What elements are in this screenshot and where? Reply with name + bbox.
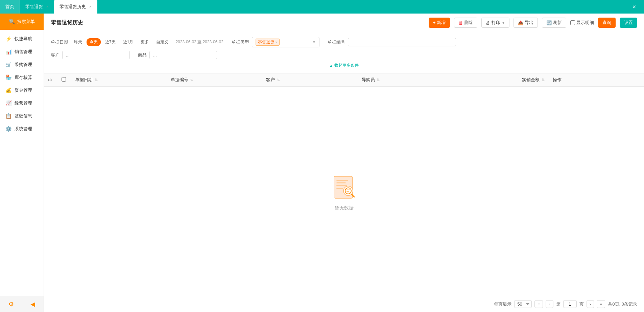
sidebar-item-sales-mgmt[interactable]: 📊 销售管理 bbox=[0, 45, 44, 58]
per-page-select[interactable]: 50 100 200 bbox=[514, 300, 532, 308]
window-close-button[interactable]: × bbox=[629, 3, 639, 10]
number-filter-label: 单据编号 bbox=[328, 39, 345, 45]
col-date-sort[interactable]: ⇅ bbox=[95, 78, 98, 82]
sidebar-item-operation-mgmt-label: 经营管理 bbox=[15, 100, 32, 106]
tab-retail-return-close[interactable]: × bbox=[46, 5, 48, 9]
query-button[interactable]: 查询 bbox=[598, 18, 616, 28]
sales-mgmt-icon: 📊 bbox=[5, 49, 12, 55]
date-btn-today[interactable]: 今天 bbox=[87, 38, 101, 46]
date-btn-custom[interactable]: 自定义 bbox=[153, 38, 171, 46]
main-table: ⚙ 单据日期 ⇅ 单据编号 ⇅ bbox=[44, 73, 644, 87]
tab-retail-return-history-close[interactable]: × bbox=[89, 5, 91, 9]
sys-mgmt-icon: ⚙️ bbox=[5, 126, 12, 132]
delete-button[interactable]: 🗑 删除 bbox=[454, 18, 477, 28]
sidebar-item-operation-mgmt[interactable]: 📈 经营管理 bbox=[0, 97, 44, 110]
date-btn-more[interactable]: 更多 bbox=[138, 38, 152, 46]
print-button-label: 打印 bbox=[492, 20, 500, 26]
sidebar-item-purchase-mgmt[interactable]: 🛒 采购管理 bbox=[0, 58, 44, 71]
content-area: 零售退货历史 + 新增 🗑 删除 🖨 打印 ▼ 📤 导出 bbox=[44, 14, 644, 312]
settings-button-label: 设置 bbox=[624, 20, 633, 26]
sidebar-item-basic-info-label: 基础信息 bbox=[15, 113, 32, 119]
col-customer-sort[interactable]: ⇅ bbox=[277, 78, 280, 82]
add-button[interactable]: + 新增 bbox=[429, 18, 450, 28]
top-bar-right: × bbox=[624, 3, 644, 10]
sidebar-bottom: ⚙ ◀ bbox=[0, 296, 44, 312]
sidebar-item-inventory-label: 库存核算 bbox=[15, 74, 32, 81]
sidebar-item-quick-nav[interactable]: ⚡ 快捷导航 bbox=[0, 32, 44, 45]
collapse-sidebar-button[interactable]: ◀ bbox=[30, 300, 35, 308]
type-tag: 零售退货 × bbox=[256, 39, 280, 46]
page-prev-button[interactable]: ‹ bbox=[546, 300, 553, 308]
sidebar-item-inventory[interactable]: 🏪 库存核算 bbox=[0, 71, 44, 84]
add-button-label: + 新增 bbox=[433, 20, 446, 26]
settings-bottom-button[interactable]: ⚙ bbox=[8, 300, 14, 308]
sidebar-item-basic-info[interactable]: 📋 基础信息 bbox=[0, 110, 44, 122]
type-select[interactable]: 零售退货 × ▼ bbox=[252, 37, 319, 47]
col-amount-sort[interactable]: ⇅ bbox=[542, 78, 545, 82]
tab-retail-return[interactable]: 零售退货 × bbox=[20, 0, 54, 14]
collapse-row: ▲ 收起更多条件 bbox=[51, 63, 637, 68]
page-next-button[interactable]: › bbox=[587, 300, 594, 308]
header-actions: + 新增 🗑 删除 🖨 打印 ▼ 📤 导出 🔄 刷新 bbox=[429, 18, 637, 28]
sidebar-item-fund-mgmt[interactable]: 💰 资金管理 bbox=[0, 84, 44, 97]
show-detail-label-text: 显示明细 bbox=[576, 20, 594, 26]
page-prev-icon: ‹ bbox=[549, 302, 550, 307]
tab-home[interactable]: 首页 bbox=[0, 0, 20, 14]
total-info: 共0页, 0条记录 bbox=[608, 301, 637, 307]
page-first-button[interactable]: « bbox=[534, 300, 543, 308]
goods-filter-item: 商品 ... bbox=[138, 51, 217, 59]
search-menu-icon: 🔍 bbox=[9, 19, 15, 25]
print-icon: 🖨 bbox=[486, 20, 490, 25]
page-header: 零售退货历史 + 新增 🗑 删除 🖨 打印 ▼ 📤 导出 bbox=[44, 14, 644, 32]
table-settings-icon[interactable]: ⚙ bbox=[48, 77, 52, 83]
print-button[interactable]: 🖨 打印 ▼ bbox=[481, 18, 509, 28]
tab-retail-return-history-label: 零售退货历史 bbox=[59, 4, 86, 10]
goods-select-button[interactable]: ... bbox=[149, 51, 217, 59]
date-btn-1month[interactable]: 近1月 bbox=[120, 38, 137, 46]
svg-rect-8 bbox=[347, 190, 350, 190]
collapse-button[interactable]: ▲ 收起更多条件 bbox=[329, 63, 359, 68]
page-last-button[interactable]: » bbox=[597, 300, 605, 308]
type-tag-close[interactable]: × bbox=[275, 40, 277, 44]
col-guide: 导购员 ⇅ bbox=[358, 73, 453, 87]
top-bar: 首页 零售退货 × 零售退货历史 × × bbox=[0, 0, 644, 14]
quick-nav-icon: ⚡ bbox=[5, 36, 12, 42]
tab-retail-return-history[interactable]: 零售退货历史 × bbox=[54, 0, 97, 14]
customer-select-button[interactable]: ... bbox=[62, 51, 130, 59]
filter-row-2: 客户 ... 商品 ... bbox=[51, 51, 637, 59]
sidebar: 🔍 搜索菜单 ⚡ 快捷导航 📊 销售管理 🛒 采购管理 🏪 库存核算 💰 bbox=[0, 14, 44, 312]
query-button-label: 查询 bbox=[602, 20, 611, 26]
select-all-checkbox[interactable] bbox=[62, 77, 66, 82]
col-action-label: 操作 bbox=[553, 77, 562, 82]
empty-text: 暂无数据 bbox=[335, 205, 354, 211]
date-btn-7days[interactable]: 近7天 bbox=[102, 38, 119, 46]
search-menu-button[interactable]: 🔍 搜索菜单 bbox=[0, 14, 44, 30]
export-button[interactable]: 📤 导出 bbox=[514, 18, 538, 28]
tab-home-label: 首页 bbox=[5, 4, 14, 10]
sidebar-item-fund-mgmt-label: 资金管理 bbox=[15, 87, 32, 93]
sidebar-item-sys-mgmt[interactable]: ⚙️ 系统管理 bbox=[0, 122, 44, 135]
type-filter-item: 单据类型 零售退货 × ▼ bbox=[232, 37, 319, 47]
delete-button-label: 删除 bbox=[464, 20, 473, 26]
page-last-icon: » bbox=[600, 302, 602, 307]
date-filter-item: 单据日期 昨天 今天 近7天 近1月 更多 自定义 2023-06-02 至 2… bbox=[51, 38, 223, 46]
page-number-input[interactable] bbox=[563, 300, 577, 308]
number-input[interactable] bbox=[348, 38, 456, 46]
filter-area: 单据日期 昨天 今天 近7天 近1月 更多 自定义 2023-06-02 至 2… bbox=[44, 32, 644, 73]
date-btn-yesterday[interactable]: 昨天 bbox=[71, 38, 85, 46]
col-customer-label: 客户 bbox=[266, 77, 275, 82]
per-page-label: 每页显示 bbox=[494, 301, 511, 307]
col-customer: 客户 ⇅ bbox=[262, 73, 358, 87]
customer-filter-item: 客户 ... bbox=[51, 51, 130, 59]
settings-button[interactable]: 设置 bbox=[620, 18, 637, 28]
col-guide-sort[interactable]: ⇅ bbox=[377, 78, 380, 82]
col-number-sort[interactable]: ⇅ bbox=[190, 78, 193, 82]
delete-icon: 🗑 bbox=[458, 20, 463, 25]
date-filter-buttons: 昨天 今天 近7天 近1月 更多 自定义 bbox=[71, 38, 171, 46]
page-label: 页 bbox=[579, 301, 584, 307]
show-detail-checkbox-label[interactable]: 显示明细 bbox=[570, 20, 594, 26]
show-detail-checkbox[interactable] bbox=[570, 20, 575, 25]
collapse-up-icon: ▲ bbox=[329, 63, 333, 68]
refresh-button[interactable]: 🔄 刷新 bbox=[542, 18, 566, 28]
search-menu-label: 搜索菜单 bbox=[17, 19, 35, 25]
